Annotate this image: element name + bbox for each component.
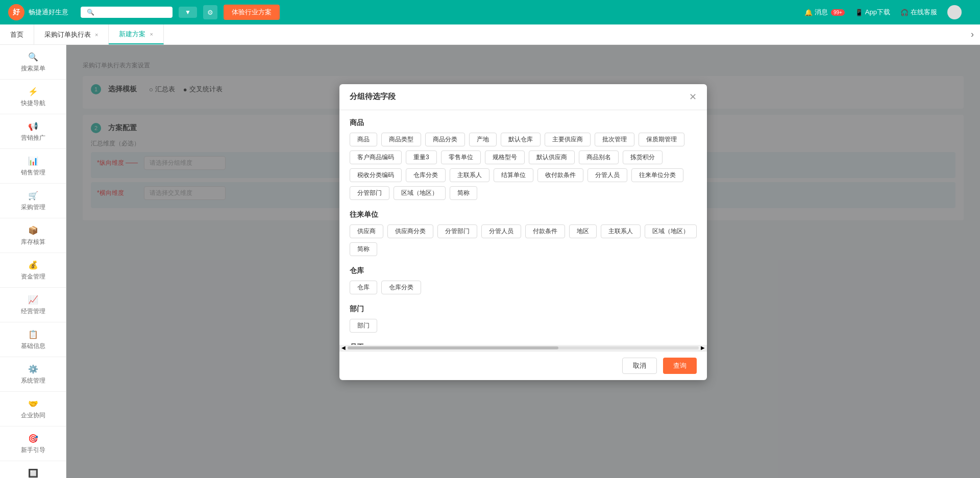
sidebar-item-finance[interactable]: 💰 资金管理 bbox=[0, 253, 66, 288]
field-region-goods[interactable]: 区域（地区） bbox=[394, 186, 446, 200]
dropdown-button[interactable]: ▼ bbox=[179, 7, 197, 18]
field-goods-type[interactable]: 商品类型 bbox=[381, 133, 421, 146]
section-department-title: 部门 bbox=[350, 305, 697, 314]
sidebar-item-newguide[interactable]: 🎯 新手引导 bbox=[0, 426, 66, 461]
sidebar-item-basic-info[interactable]: 📋 基础信息 bbox=[0, 322, 66, 357]
field-warehouse[interactable]: 仓库 bbox=[350, 281, 377, 294]
sidebar: 🔍 搜索菜单 ⚡ 快捷导航 📢 营销推广 📊 销售管理 🛒 采购管理 📦 库存核… bbox=[0, 45, 66, 478]
field-payment-terms[interactable]: 收付款条件 bbox=[537, 168, 583, 182]
field-dept[interactable]: 部门 bbox=[350, 319, 377, 333]
sidebar-item-operations-label: 经营管理 bbox=[21, 307, 45, 316]
modal-footer: 取消 查询 bbox=[339, 351, 707, 380]
app-download-label: App下载 bbox=[865, 8, 890, 17]
modal-horizontal-scrollbar[interactable]: ◀ ▶ bbox=[339, 345, 707, 351]
field-main-supplier[interactable]: 主要供应商 bbox=[545, 133, 591, 146]
hscroll-left-arrow[interactable]: ◀ bbox=[341, 345, 346, 350]
online-service-label: 在线客服 bbox=[911, 8, 937, 17]
section-warehouse-title: 仓库 bbox=[350, 266, 697, 275]
sidebar-item-collab[interactable]: 🤝 企业协同 bbox=[0, 392, 66, 426]
sidebar-item-quicknav-label: 快捷导航 bbox=[21, 99, 45, 108]
field-goods-alias[interactable]: 商品别名 bbox=[579, 150, 619, 164]
avatar[interactable] bbox=[947, 5, 962, 19]
sidebar-item-operations[interactable]: 📈 经营管理 bbox=[0, 288, 66, 322]
tab-collapse[interactable]: › bbox=[965, 24, 980, 44]
sidebar-item-marketing[interactable]: 📢 营销推广 bbox=[0, 114, 66, 149]
field-weight3[interactable]: 重量3 bbox=[406, 150, 437, 164]
sidebar-item-search-label: 搜索菜单 bbox=[21, 64, 45, 73]
collab-icon: 🤝 bbox=[28, 398, 39, 409]
field-dept-managed-cp[interactable]: 分管部门 bbox=[437, 224, 477, 238]
field-manager[interactable]: 分管人员 bbox=[587, 168, 627, 182]
tab-purchase-order[interactable]: 采购订单执行表 × bbox=[34, 24, 109, 44]
online-service-item[interactable]: 🎧 在线客服 bbox=[900, 8, 937, 17]
field-supplier-category[interactable]: 供应商分类 bbox=[387, 224, 433, 238]
search-menu-icon: 🔍 bbox=[28, 51, 39, 62]
field-supplier[interactable]: 供应商 bbox=[350, 224, 383, 238]
app-download-item[interactable]: 📱 App下载 bbox=[855, 8, 890, 17]
sidebar-item-quicknav[interactable]: ⚡ 快捷导航 bbox=[0, 80, 66, 114]
field-pick-points[interactable]: 拣货积分 bbox=[623, 150, 663, 164]
section-warehouse: 仓库 仓库 仓库分类 bbox=[350, 266, 697, 294]
sidebar-item-system[interactable]: ⚙️ 系统管理 bbox=[0, 357, 66, 392]
tab-new-plan[interactable]: 新建方案 × bbox=[109, 24, 163, 44]
download-icon: 📱 bbox=[855, 9, 863, 16]
field-abbreviation-cp[interactable]: 简称 bbox=[350, 242, 377, 256]
marketing-icon: 📢 bbox=[28, 120, 39, 132]
sidebar-item-sales-label: 销售管理 bbox=[21, 168, 45, 177]
tab-home[interactable]: 首页 bbox=[0, 24, 34, 44]
field-abbreviation-goods[interactable]: 简称 bbox=[450, 186, 477, 200]
messages-label: 消息 bbox=[815, 8, 828, 17]
field-region-area-cp[interactable]: 区域（地区） bbox=[645, 224, 697, 238]
main-layout: 🔍 搜索菜单 ⚡ 快捷导航 📢 营销推广 📊 销售管理 🛒 采购管理 📦 库存核… bbox=[0, 45, 980, 478]
header-right: 🔔 消息 99+ 📱 App下载 🎧 在线客服 bbox=[804, 5, 972, 19]
field-warehouse-cat[interactable]: 仓库分类 bbox=[381, 281, 421, 294]
top-header: 好 畅捷通好生意 🔍 ▼ ⚙ 体验行业方案 🔔 消息 99+ 📱 App下载 🎧… bbox=[0, 0, 980, 24]
tab-new-plan-close[interactable]: × bbox=[150, 31, 153, 37]
hscroll-right-arrow[interactable]: ▶ bbox=[701, 345, 705, 350]
field-settlement-unit[interactable]: 结算单位 bbox=[494, 168, 533, 182]
field-customer-code[interactable]: 客户商品编码 bbox=[350, 150, 402, 164]
field-dept-managed[interactable]: 分管部门 bbox=[350, 186, 389, 200]
field-shelf-life[interactable]: 保质期管理 bbox=[639, 133, 684, 146]
sidebar-item-sales[interactable]: 📊 销售管理 bbox=[0, 149, 66, 184]
hscroll-track bbox=[348, 346, 699, 349]
settings-icon[interactable]: ⚙ bbox=[203, 5, 217, 19]
field-main-contact[interactable]: 主联系人 bbox=[450, 168, 489, 182]
sidebar-item-search[interactable]: 🔍 搜索菜单 bbox=[0, 45, 66, 80]
field-selection-modal: 分组待选字段 ✕ 商品 商品 商品类型 商品分类 产地 默认仓库 主要供应商 批… bbox=[339, 84, 707, 380]
search-bar[interactable]: 🔍 bbox=[81, 7, 173, 18]
field-spec-model[interactable]: 规格型号 bbox=[485, 150, 525, 164]
field-main-contact-cp[interactable]: 主联系人 bbox=[601, 224, 641, 238]
logo-area: 好 畅捷通好生意 bbox=[8, 4, 75, 20]
field-batch-management[interactable]: 批次管理 bbox=[595, 133, 634, 146]
field-payment-condition[interactable]: 付款条件 bbox=[525, 224, 565, 238]
section-goods-title: 商品 bbox=[350, 118, 697, 128]
finance-icon: 💰 bbox=[28, 259, 39, 270]
field-warehouse-category[interactable]: 仓库分类 bbox=[406, 168, 446, 182]
field-goods[interactable]: 商品 bbox=[350, 133, 377, 146]
modal-body: 商品 商品 商品类型 商品分类 产地 默认仓库 主要供应商 批次管理 保质期管理… bbox=[339, 110, 707, 345]
sidebar-item-inventory[interactable]: 📦 库存核算 bbox=[0, 218, 66, 253]
field-goods-category[interactable]: 商品分类 bbox=[425, 133, 465, 146]
field-counterpart-category[interactable]: 往来单位分类 bbox=[631, 168, 683, 182]
logo-icon: 好 bbox=[8, 4, 24, 20]
sidebar-item-purchase-label: 采购管理 bbox=[21, 203, 45, 212]
field-default-supplier[interactable]: 默认供应商 bbox=[529, 150, 575, 164]
field-default-warehouse[interactable]: 默认仓库 bbox=[501, 133, 541, 146]
confirm-button[interactable]: 查询 bbox=[663, 358, 697, 374]
field-origin[interactable]: 产地 bbox=[469, 133, 497, 146]
sidebar-item-purchase[interactable]: 🛒 采购管理 bbox=[0, 184, 66, 218]
sidebar-item-appcenter[interactable]: 🔲 应用中心 bbox=[0, 461, 66, 478]
tab-purchase-close[interactable]: × bbox=[95, 32, 98, 38]
field-tax-code[interactable]: 税收分类编码 bbox=[350, 168, 402, 182]
sidebar-item-inventory-label: 库存核算 bbox=[21, 238, 45, 246]
field-region-cp[interactable]: 地区 bbox=[569, 224, 597, 238]
cancel-button[interactable]: 取消 bbox=[622, 358, 657, 374]
modal-close-icon[interactable]: ✕ bbox=[689, 91, 697, 103]
experience-button[interactable]: 体验行业方案 bbox=[224, 5, 280, 20]
messages-item[interactable]: 🔔 消息 99+ bbox=[804, 8, 845, 17]
field-retail-unit[interactable]: 零售单位 bbox=[441, 150, 481, 164]
logo-text: 畅捷通好生意 bbox=[29, 8, 68, 17]
quick-nav-icon: ⚡ bbox=[28, 86, 39, 97]
field-manager-cp[interactable]: 分管人员 bbox=[481, 224, 521, 238]
